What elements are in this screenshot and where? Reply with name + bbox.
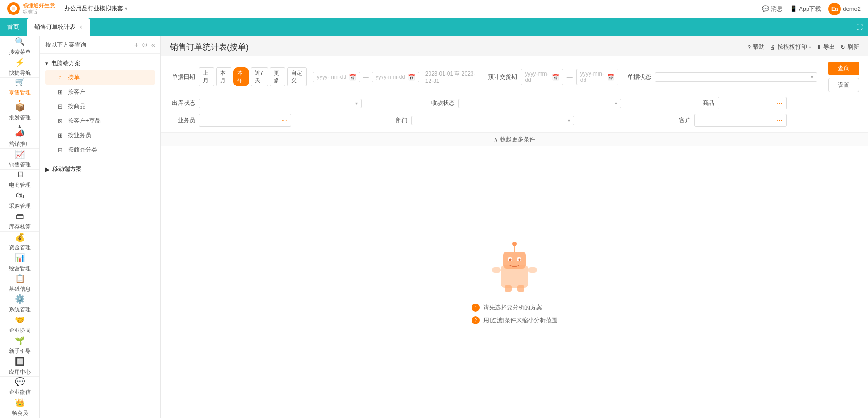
scheme-item-by-order[interactable]: ○ 按单 [45,70,155,85]
collapse-button[interactable]: ∧ 收起更多条件 [494,135,535,143]
pc-group-title[interactable]: ▾ 电脑端方案 [45,57,155,70]
sidebar-marketing-label: 营销推广 [9,140,31,148]
refresh-button[interactable]: ↻ 刷新 [840,43,859,51]
shortcut-this-month[interactable]: 本月 [216,67,231,86]
query-sidebar: 查询 设置 [828,62,859,92]
collapse-panel-icon[interactable]: « [151,41,155,49]
customer-input[interactable]: ··· [694,114,787,127]
svg-rect-6 [492,267,501,273]
scheme-item-by-category[interactable]: ⊟ 按商品分类 [45,142,155,157]
tab-active-label: 销售订单统计表 [34,23,75,31]
customer-label: 客户 [665,116,691,124]
breadcrumb-text: 办公用品行业模拟账套 [64,5,123,13]
date-to-input[interactable]: yyyy-mm-dd 📅 [372,72,419,82]
shortcut-more[interactable]: 更多 [270,67,285,86]
sidebar-item-system[interactable]: ⚙️ 系统管理 [0,294,39,315]
predicted-to-placeholder: yyyy-mm-dd [580,71,607,83]
export-button[interactable]: ⬇ 导出 [816,43,835,51]
shortcut-custom[interactable]: 自定义 [287,67,306,86]
shortcut-last-month[interactable]: 上月 [199,67,214,86]
export-label: 导出 [823,43,835,51]
svg-rect-8 [505,285,512,292]
sidebar-item-retail[interactable]: 🛒 零售管理 ▾ [0,78,39,103]
message-button[interactable]: 💬 消息 [762,5,783,13]
scheme-icon-2: ⊟ [56,102,64,110]
sidebar-item-purchase[interactable]: 🛍 采购管理 [0,190,39,211]
sidebar-item-wholesale[interactable]: 📦 批发管理 ▲ [0,103,39,128]
ship-status-select[interactable]: ▾ [199,99,362,108]
scheme-label-2: 按商品 [68,102,85,110]
sidebar-item-wechat[interactable]: 💬 企业微信 [0,377,39,398]
sidebar-item-newbie[interactable]: 🌱 新手引导 [0,335,39,356]
predicted-date-from-input[interactable]: yyyy-mm-dd 📅 [521,69,563,85]
help-button[interactable]: ? 帮助 [748,43,764,51]
goods-input[interactable]: ··· [718,97,787,109]
scheme-item-by-goods[interactable]: ⊟ 按商品 [45,99,155,114]
main-layout: 🔍 搜索菜单 ⚡ 快捷导航 🛒 零售管理 ▾ 📦 批发管理 ▲ 📣 营销推广 📈… [0,36,868,418]
sidebar-item-apps[interactable]: 🔲 应用中心 [0,356,39,377]
shortcut-last-7-days[interactable]: 近7天 [251,67,269,86]
member-icon: 👑 [15,398,25,408]
sidebar-item-ops[interactable]: 📊 经营管理 [0,252,39,273]
sidebar-purchase-label: 采购管理 [9,202,31,210]
page-header: 销售订单统计表(按单) ? 帮助 🖨 按模板打印 ▾ ⬇ 导出 [161,36,868,56]
sidebar-item-sales[interactable]: 📈 销售管理 [0,149,39,170]
print-icon: 🖨 [770,44,776,51]
finance-icon: 💰 [15,232,25,242]
tab-minimize-icon[interactable]: — [846,24,853,31]
salesperson-input[interactable]: ··· [199,114,291,127]
sidebar-item-basic[interactable]: 📋 基础信息 [0,273,39,294]
tab-close-icon[interactable]: × [79,24,82,30]
scheme-item-by-salesperson[interactable]: ⊞ 按业务员 [45,128,155,142]
retail-icon: 🛒 [15,77,25,87]
date-from-placeholder: yyyy-mm-dd [317,74,346,80]
sidebar-item-finance[interactable]: 💰 资金管理 [0,232,39,252]
hint-item-1: 1 请先选择要分析的方案 [472,304,557,312]
date-from-input[interactable]: yyyy-mm-dd 📅 [313,72,360,82]
query-button[interactable]: 查询 [828,62,859,75]
sidebar-inventory-label: 库存核算 [9,223,31,231]
settings-button[interactable]: 设置 [828,78,859,92]
pc-scheme-group: ▾ 电脑端方案 ○ 按单 ⊞ 按客户 ⊟ 按商品 ⊠ 按客户+商品 [40,54,160,160]
app-download-button[interactable]: 📱 App下载 [790,5,821,13]
tab-maximize-icon[interactable]: ⛶ [856,24,863,31]
tab-sales-order-stats[interactable]: 销售订单统计表 × [27,18,90,36]
date-filter-label: 单据日期 [170,73,195,81]
sidebar-system-label: 系统管理 [9,306,31,314]
tab-home[interactable]: 首页 [0,18,26,36]
add-scheme-icon[interactable]: + [134,41,138,49]
breadcrumb-arrow-icon: ▾ [125,5,127,12]
predicted-date-to-input[interactable]: yyyy-mm-dd 📅 [576,69,618,85]
user-initials: Ea [831,6,838,12]
dept-select[interactable]: ▾ [411,116,574,125]
sidebar-item-quicknav[interactable]: ⚡ 快捷导航 [0,57,39,78]
scheme-item-by-customer[interactable]: ⊞ 按客户 [45,85,155,99]
svg-rect-9 [517,285,524,292]
mobile-group-title[interactable]: ▶ 移动端方案 [45,162,155,176]
sidebar-item-search[interactable]: 🔍 搜索菜单 [0,36,39,57]
scheme-item-by-customer-goods[interactable]: ⊠ 按客户+商品 [45,114,155,128]
top-bar: 畅捷通好生意 标准版 办公用品行业模拟账套 ▾ 💬 消息 📱 App下载 Ea … [0,0,868,18]
shortcut-this-year[interactable]: 本年 [233,67,249,86]
sidebar-item-inventory[interactable]: 🗃 库存核算 [0,211,39,232]
download-icon: 📱 [790,5,797,12]
top-bar-right: 💬 消息 📱 App下载 Ea demo2 [762,3,861,15]
sidebar-item-marketing[interactable]: 📣 营销推广 [0,128,39,149]
svg-point-11 [512,242,517,246]
dept-label: 部门 [382,116,408,124]
payment-status-select[interactable]: ▾ [458,99,621,108]
print-button[interactable]: 🖨 按模板打印 ▾ [770,43,811,51]
sidebar-item-ecommerce[interactable]: 🖥 电商管理 [0,170,39,190]
sidebar-ops-label: 经营管理 [9,265,31,272]
sidebar-apps-label: 应用中心 [9,368,31,376]
pc-group-label: 电脑端方案 [51,59,80,67]
user-profile[interactable]: Ea demo2 [828,3,861,15]
sidebar-item-corp[interactable]: 🤝 企业协同 [0,314,39,335]
doc-state-select[interactable]: ▾ [655,72,817,82]
settings-scheme-icon[interactable]: ⊙ [142,41,148,49]
predicted-date-label: 预计交货期 [485,73,517,81]
sidebar-item-member[interactable]: 👑 畅会员 [0,397,39,418]
customer-dots: ··· [777,116,783,124]
breadcrumb[interactable]: 办公用品行业模拟账套 ▾ [64,5,127,13]
scheme-icon-3: ⊠ [56,117,64,125]
